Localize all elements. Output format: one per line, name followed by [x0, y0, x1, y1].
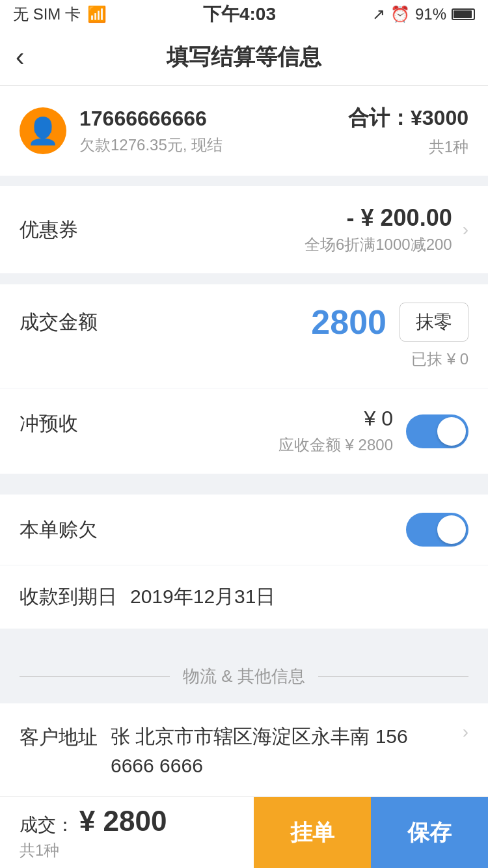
debt-toggle[interactable]: [406, 513, 468, 547]
carrier-label: 无 SIM 卡: [13, 4, 81, 25]
prepay-section: 冲预收 ¥ 0 应收金额 ¥ 2800: [0, 388, 488, 474]
prepay-desc: 应收金额 ¥ 2800: [278, 435, 393, 455]
total-amount: 合计：¥3000: [348, 104, 468, 133]
logistics-divider: 物流 & 其他信息: [0, 649, 488, 703]
round-zero-button[interactable]: 抹零: [400, 303, 468, 342]
debt-toggle-knob: [437, 515, 466, 544]
status-bar: 无 SIM 卡 📶 下午4:03 ↗ ⏰ 91%: [0, 0, 488, 29]
deal-amount-row: 成交金额 2800 抹零: [20, 303, 468, 342]
total-count: 共1种: [348, 137, 468, 157]
customer-total: 合计：¥3000 共1种: [348, 104, 468, 157]
divider-line-right: [318, 676, 468, 677]
debt-label: 本单赊欠: [20, 517, 98, 543]
bottom-summary: 成交： ¥ 2800 共1种: [0, 805, 254, 861]
bottom-deal-label: 成交：: [20, 815, 74, 835]
customer-card: 👤 17666666666 欠款1276.35元, 现结 合计：¥3000 共1…: [0, 86, 488, 176]
nav-bar: ‹ 填写结算等信息: [0, 29, 488, 86]
duedate-value: 2019年12月31日: [130, 584, 275, 610]
coupon-right: - ¥ 200.00 全场6折满1000减200 ›: [305, 204, 468, 255]
deal-sub-text: 已抹 ¥ 0: [411, 350, 468, 368]
customer-phone: 17666666666: [79, 107, 223, 131]
deal-value-area: 2800 抹零: [311, 303, 468, 342]
logistics-label: 物流 & 其他信息: [183, 665, 305, 688]
duedate-label: 收款到期日: [20, 584, 117, 610]
prepay-row: 冲预收 ¥ 0 应收金额 ¥ 2800: [20, 407, 468, 455]
section-divider-1: [0, 274, 488, 284]
bottom-bar: 成交： ¥ 2800 共1种 挂单 保存: [0, 796, 488, 868]
deal-amount-label: 成交金额: [20, 309, 98, 336]
coupon-chevron: ›: [463, 219, 468, 240]
bottom-count: 共1种: [20, 840, 234, 861]
customer-info: 👤 17666666666 欠款1276.35元, 现结: [20, 107, 223, 156]
duedate-row: 收款到期日 2019年12月31日: [20, 584, 468, 610]
prepay-amount: ¥ 0: [278, 407, 393, 431]
alarm-icon: ⏰: [390, 5, 410, 23]
bottom-deal-amount: ¥ 2800: [79, 805, 167, 837]
prepay-toggle[interactable]: [406, 414, 468, 448]
content: 👤 17666666666 欠款1276.35元, 现结 合计：¥3000 共1…: [0, 86, 488, 868]
prepay-label: 冲预收: [20, 407, 78, 437]
prepay-toggle-knob: [437, 417, 466, 446]
deal-number: 2800: [311, 303, 386, 342]
prepay-right: ¥ 0 应收金额 ¥ 2800: [278, 407, 468, 455]
wifi-icon: 📶: [87, 5, 107, 23]
address-value: 张 北京市市辖区海淀区永丰南 156 6666 6666: [111, 722, 450, 780]
customer-text: 17666666666 欠款1276.35元, 现结: [79, 107, 223, 156]
duedate-section: 收款到期日 2019年12月31日: [0, 565, 488, 629]
deal-amount-section: 成交金额 2800 抹零 已抹 ¥ 0: [0, 284, 488, 388]
avatar-icon: 👤: [27, 116, 59, 146]
section-divider-2: [0, 474, 488, 484]
avatar: 👤: [20, 107, 66, 154]
page-title: 填写结算等信息: [167, 42, 321, 72]
battery-icon: [452, 8, 475, 20]
section-divider-3: [0, 629, 488, 639]
address-label: 客户地址: [20, 722, 98, 751]
status-bar-left: 无 SIM 卡 📶: [13, 4, 107, 25]
back-button[interactable]: ‹: [16, 42, 24, 72]
debt-section: 本单赊欠: [0, 495, 488, 565]
address-chevron: ›: [463, 722, 468, 742]
status-bar-time: 下午4:03: [203, 2, 276, 27]
coupon-row[interactable]: 优惠券 - ¥ 200.00 全场6折满1000减200 ›: [0, 186, 488, 274]
prepay-amount-area: ¥ 0 应收金额 ¥ 2800: [278, 407, 393, 455]
bottom-deal-row: 成交： ¥ 2800: [20, 805, 234, 837]
address-section[interactable]: 客户地址 张 北京市市辖区海淀区永丰南 156 6666 6666 ›: [0, 703, 488, 798]
divider-line-left: [20, 676, 170, 677]
hang-order-button[interactable]: 挂单: [254, 797, 371, 869]
customer-debt: 欠款1276.35元, 现结: [79, 135, 223, 156]
coupon-amount: - ¥ 200.00: [305, 204, 452, 232]
save-button[interactable]: 保存: [371, 797, 488, 869]
coupon-desc: 全场6折满1000减200: [305, 234, 452, 255]
status-bar-right: ↗ ⏰ 91%: [372, 5, 475, 23]
coupon-label: 优惠券: [20, 217, 78, 243]
battery-label: 91%: [415, 5, 446, 23]
location-icon: ↗: [372, 5, 385, 23]
